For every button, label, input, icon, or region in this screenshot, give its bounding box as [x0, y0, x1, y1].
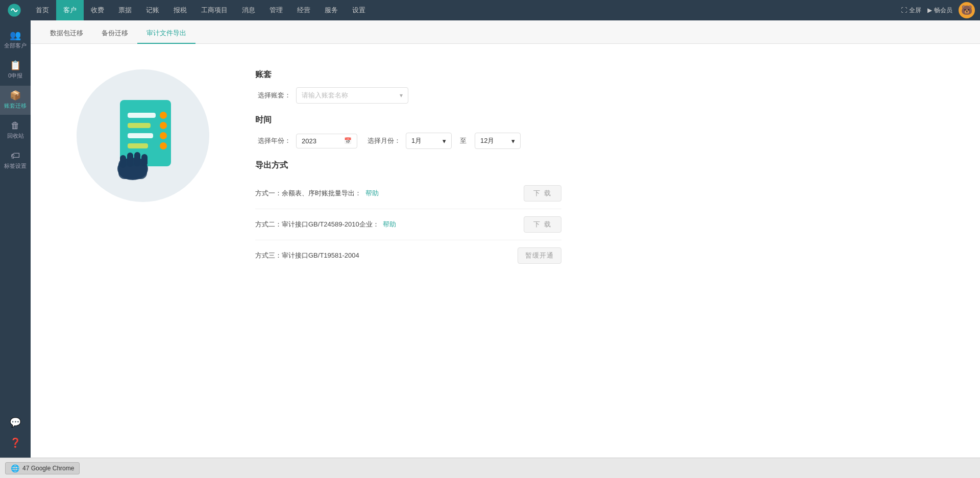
month-start-select[interactable]: 1月 ▾ — [406, 133, 452, 149]
year-input[interactable]: 2023 📅 — [296, 134, 357, 148]
method1-download-button[interactable]: 下 载 — [524, 185, 561, 202]
svg-rect-12 — [120, 155, 126, 168]
page-content: 账套 选择账套： 请输入账套名称 ▾ 时间 选择年份： 2023 📅 — [31, 44, 980, 458]
chat-icon: 💬 — [10, 418, 21, 427]
sidebar-item-account-migration[interactable]: 📦 账套迁移 — [0, 86, 31, 115]
account-migration-icon: 📦 — [10, 91, 21, 100]
nav-manage[interactable]: 管理 — [262, 0, 290, 20]
export-method-3: 方式三：审计接口GB/T19581-2004 暂缓开通 — [255, 240, 561, 271]
method2-help-link[interactable]: 帮助 — [383, 220, 396, 228]
svg-rect-2 — [128, 113, 156, 118]
fullscreen-button[interactable]: ⛶ 全屏 — [901, 6, 921, 15]
taskbar-item-label: 47 Google Chrome — [22, 465, 74, 472]
time-to-label: 至 — [457, 136, 470, 145]
time-form-row: 选择年份： 2023 📅 选择月份： 1月 ▾ 至 12月 ▾ — [255, 133, 561, 149]
chevron-down-icon: ▾ — [511, 137, 515, 145]
nav-home[interactable]: 首页 — [29, 0, 56, 20]
sidebar-bottom: 💬 ❓ — [0, 413, 31, 458]
month-end-select[interactable]: 12月 ▾ — [475, 133, 521, 149]
month-label: 选择月份： — [368, 136, 401, 145]
sidebar-item-recycle[interactable]: 🗑 回收站 — [0, 116, 31, 145]
top-nav-right: ⛶ 全屏 ▶ 畅会员 🐻 — [901, 2, 975, 18]
sidebar-item-label: 全部客户 — [4, 42, 27, 49]
sidebar-item-tag-settings[interactable]: 🏷 标签设置 — [0, 146, 31, 175]
calendar-icon: 📅 — [344, 137, 352, 144]
sidebar-item-label: 0申报 — [8, 72, 22, 80]
app-logo[interactable] — [5, 1, 23, 19]
svg-point-9 — [160, 142, 167, 149]
nav-tax[interactable]: 报税 — [166, 0, 194, 20]
svg-rect-5 — [128, 143, 148, 148]
svg-point-7 — [160, 122, 167, 129]
account-placeholder: 请输入账套名称 — [302, 91, 348, 100]
year-label: 选择年份： — [255, 136, 291, 145]
account-label: 选择账套： — [255, 91, 291, 100]
month-end-value: 12月 — [480, 136, 494, 145]
sidebar: 👥 全部客户 📋 0申报 📦 账套迁移 🗑 回收站 🏷 标签设置 💬 ❓ — [0, 20, 31, 458]
top-nav: 首页 客户 收费 票据 记账 报税 工商项目 消息 管理 经营 服务 设置 ⛶ … — [0, 0, 980, 20]
recycle-icon: 🗑 — [11, 121, 20, 130]
nav-messages[interactable]: 消息 — [235, 0, 262, 20]
nav-fee[interactable]: 收费 — [84, 0, 111, 20]
sidebar-item-help[interactable]: ❓ — [0, 433, 31, 452]
tag-settings-icon: 🏷 — [11, 151, 20, 160]
all-customers-icon: 👥 — [10, 31, 21, 40]
sidebar-item-label: 账套迁移 — [4, 102, 27, 110]
svg-point-6 — [160, 112, 167, 119]
member-icon: ▶ — [927, 7, 932, 14]
method1-help-link[interactable]: 帮助 — [365, 189, 379, 197]
svg-rect-14 — [134, 152, 140, 166]
sidebar-item-chat[interactable]: 💬 — [0, 413, 31, 432]
taskbar: 🌐 47 Google Chrome — [0, 458, 980, 478]
account-section-title: 账套 — [255, 69, 561, 80]
nav-operation[interactable]: 经营 — [290, 0, 317, 20]
export-method-1: 方式一：余额表、序时账批量导出： 帮助 下 载 — [255, 178, 561, 209]
nav-industrial[interactable]: 工商项目 — [194, 0, 235, 20]
tab-backup-migration[interactable]: 备份迁移 — [92, 23, 137, 44]
nav-settings[interactable]: 设置 — [345, 0, 373, 20]
illustration-circle — [77, 69, 209, 202]
sidebar-item-all-customers[interactable]: 👥 全部客户 — [0, 26, 31, 55]
illustration-svg — [92, 80, 194, 192]
illustration-wrap — [71, 64, 214, 207]
help-icon: ❓ — [10, 438, 21, 447]
svg-rect-15 — [141, 154, 148, 166]
nav-menu: 首页 客户 收费 票据 记账 报税 工商项目 消息 管理 经营 服务 设置 — [29, 0, 373, 20]
member-button[interactable]: ▶ 畅会员 — [927, 6, 952, 15]
zero-filing-icon: 📋 — [10, 61, 21, 70]
method2-download-button[interactable]: 下 载 — [524, 216, 561, 233]
main-layout: 👥 全部客户 📋 0申报 📦 账套迁移 🗑 回收站 🏷 标签设置 💬 ❓ — [0, 20, 980, 458]
taskbar-chrome[interactable]: 🌐 47 Google Chrome — [5, 462, 80, 474]
chevron-down-icon: ▾ — [400, 92, 403, 99]
form-area: 账套 选择账套： 请输入账套名称 ▾ 时间 选择年份： 2023 📅 — [255, 64, 561, 271]
account-form-row: 选择账套： 请输入账套名称 ▾ — [255, 87, 561, 104]
tabs-bar: 数据包迁移 备份迁移 审计文件导出 — [31, 20, 980, 44]
nav-customer[interactable]: 客户 — [56, 0, 84, 20]
svg-rect-4 — [128, 133, 153, 138]
export-method-2: 方式二：审计接口GB/T24589-2010企业： 帮助 下 载 — [255, 209, 561, 240]
fullscreen-label: 全屏 — [909, 6, 921, 15]
method3-coming-soon-button[interactable]: 暂缓开通 — [518, 247, 561, 264]
chrome-icon: 🌐 — [11, 464, 19, 472]
method2-label: 方式二：审计接口GB/T24589-2010企业： 帮助 — [255, 220, 396, 229]
sidebar-item-label: 标签设置 — [4, 162, 27, 170]
tab-data-migration[interactable]: 数据包迁移 — [41, 23, 92, 44]
nav-bookkeeping[interactable]: 记账 — [139, 0, 166, 20]
user-avatar[interactable]: 🐻 — [959, 2, 975, 18]
fullscreen-icon: ⛶ — [901, 7, 907, 14]
content-area: 数据包迁移 备份迁移 审计文件导出 — [31, 20, 980, 458]
sidebar-item-zero-filing[interactable]: 📋 0申报 — [0, 56, 31, 85]
nav-invoice[interactable]: 票据 — [111, 0, 139, 20]
method3-label: 方式三：审计接口GB/T19581-2004 — [255, 251, 359, 260]
svg-rect-13 — [127, 153, 133, 167]
sidebar-item-label: 回收站 — [7, 132, 24, 140]
time-section-title: 时间 — [255, 115, 561, 125]
method1-label: 方式一：余额表、序时账批量导出： 帮助 — [255, 189, 379, 198]
avatar-icon: 🐻 — [961, 5, 972, 16]
export-section-title: 导出方式 — [255, 160, 561, 171]
account-select[interactable]: 请输入账套名称 ▾ — [296, 87, 408, 104]
svg-rect-3 — [128, 123, 151, 128]
nav-service[interactable]: 服务 — [317, 0, 345, 20]
year-value: 2023 — [302, 137, 316, 145]
tab-audit-export[interactable]: 审计文件导出 — [137, 23, 195, 44]
